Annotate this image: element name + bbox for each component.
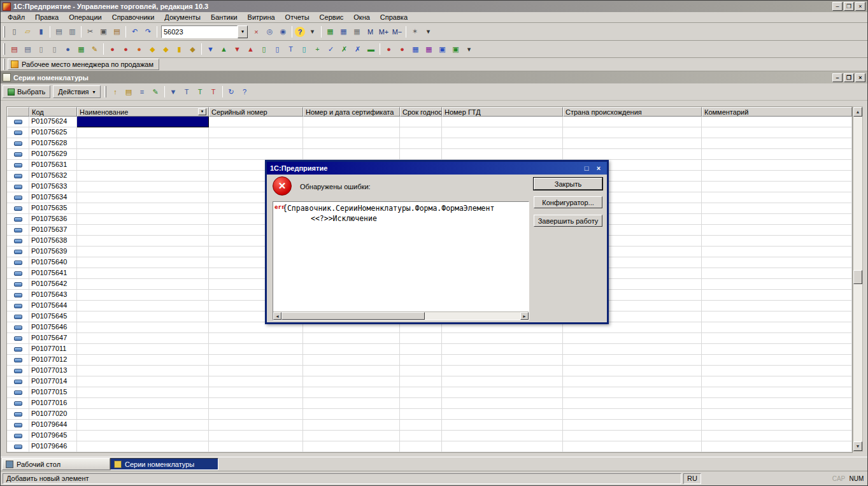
- cell[interactable]: [442, 127, 563, 138]
- cell[interactable]: P01075639: [29, 247, 77, 257]
- edit-prices-icon[interactable]: ✎: [89, 43, 101, 55]
- table-row[interactable]: P01077012: [7, 355, 852, 366]
- cell[interactable]: [77, 311, 209, 322]
- toolbar-grip-3[interactable]: [3, 59, 5, 70]
- cell[interactable]: [400, 355, 442, 366]
- cell[interactable]: [702, 376, 852, 387]
- cell[interactable]: [303, 366, 400, 376]
- cash-receipt-icon[interactable]: ◆: [146, 43, 159, 55]
- cell[interactable]: [77, 203, 209, 214]
- cell[interactable]: [77, 117, 209, 127]
- tree-view-icon[interactable]: ≡: [136, 86, 148, 97]
- calculator-memory-plus-icon[interactable]: M+: [378, 26, 390, 38]
- cell[interactable]: [209, 127, 303, 138]
- cell[interactable]: [77, 279, 209, 290]
- select-button[interactable]: Выбрать: [3, 85, 50, 98]
- cell[interactable]: [400, 366, 442, 376]
- ledger-icon[interactable]: ▬: [365, 43, 377, 55]
- cell[interactable]: [77, 420, 209, 431]
- save-icon[interactable]: ▮: [35, 26, 47, 38]
- cell[interactable]: [442, 398, 563, 409]
- scroll-right-icon[interactable]: ►: [520, 312, 529, 320]
- cell[interactable]: [303, 387, 400, 398]
- cell[interactable]: P01075641: [29, 268, 77, 279]
- cell[interactable]: [563, 409, 702, 420]
- menu-item-Витрина[interactable]: Витрина: [243, 13, 280, 22]
- cell[interactable]: [563, 355, 702, 366]
- table-row[interactable]: P01077015: [7, 387, 852, 398]
- cell[interactable]: [400, 409, 442, 420]
- cell[interactable]: [209, 431, 303, 441]
- table-row[interactable]: P01079644: [7, 420, 852, 431]
- cell[interactable]: [702, 225, 852, 236]
- undo-icon[interactable]: ↶: [129, 26, 141, 38]
- table-document-icon[interactable]: ▦: [324, 26, 336, 38]
- cell[interactable]: P01079644: [29, 420, 77, 431]
- menu-item-Правка[interactable]: Правка: [30, 13, 64, 22]
- table-row[interactable]: P01079646: [7, 441, 852, 452]
- return-document-icon[interactable]: ▼: [231, 43, 243, 55]
- filter-settings-icon[interactable]: Т: [181, 86, 193, 97]
- cell[interactable]: P01075633: [29, 182, 77, 192]
- toolbar-grip[interactable]: [3, 26, 5, 38]
- cell[interactable]: [303, 149, 400, 160]
- cell[interactable]: [77, 138, 209, 149]
- cell[interactable]: [209, 117, 303, 127]
- cell[interactable]: [209, 138, 303, 149]
- cell[interactable]: [209, 376, 303, 387]
- cell[interactable]: P01075631: [29, 160, 77, 171]
- column-header-4[interactable]: Номер и дата сертификата: [303, 107, 400, 117]
- cell[interactable]: [400, 333, 442, 344]
- goods-issue-icon[interactable]: ▯: [271, 43, 283, 55]
- cell[interactable]: P01079645: [29, 431, 77, 441]
- cell[interactable]: [209, 333, 303, 344]
- cell[interactable]: [442, 344, 563, 355]
- cell[interactable]: [400, 387, 442, 398]
- cell[interactable]: P01079646: [29, 441, 77, 452]
- cell[interactable]: [77, 268, 209, 279]
- vertical-scrollbar[interactable]: ▲ ▼: [853, 106, 863, 452]
- edit-element-icon[interactable]: ✎: [150, 86, 162, 97]
- paste-icon[interactable]: ▤: [111, 26, 123, 38]
- cell[interactable]: [400, 398, 442, 409]
- report-journal-icon[interactable]: ▤: [8, 43, 20, 55]
- calculator-memory-minus-icon[interactable]: M−: [391, 26, 403, 38]
- cell[interactable]: [77, 387, 209, 398]
- cell[interactable]: P01075632: [29, 171, 77, 182]
- error-dialog-title-bar[interactable]: 1С:Предприятие □ ×: [267, 162, 607, 175]
- cell[interactable]: [442, 420, 563, 431]
- calendar-icon[interactable]: ▦: [351, 26, 363, 38]
- cell[interactable]: P01075640: [29, 257, 77, 268]
- table-row[interactable]: P01077011: [7, 344, 852, 355]
- cell[interactable]: [702, 247, 852, 257]
- cell[interactable]: [563, 366, 702, 376]
- dialog-horizontal-scrollbar[interactable]: ◄ ►: [273, 311, 529, 320]
- cell[interactable]: [209, 344, 303, 355]
- table-view-icon[interactable]: ▦: [338, 26, 350, 38]
- cell[interactable]: P01077013: [29, 366, 77, 376]
- cell[interactable]: [702, 431, 852, 441]
- cell[interactable]: [702, 366, 852, 376]
- menu-item-Справка[interactable]: Справка: [375, 13, 413, 22]
- cell[interactable]: P01075629: [29, 149, 77, 160]
- cell[interactable]: [303, 355, 400, 366]
- cell[interactable]: [442, 138, 563, 149]
- calculator-memory-icon[interactable]: M: [364, 26, 376, 38]
- cell[interactable]: [209, 398, 303, 409]
- cash-order-icon[interactable]: ▮: [173, 43, 185, 55]
- toolbar-search-input[interactable]: [161, 25, 238, 38]
- cell[interactable]: [77, 225, 209, 236]
- cell[interactable]: [702, 387, 852, 398]
- actions-button[interactable]: Действия ▾: [53, 85, 100, 98]
- cell[interactable]: [702, 322, 852, 333]
- table-row[interactable]: P01077020: [7, 409, 852, 420]
- cell[interactable]: [702, 398, 852, 409]
- cell[interactable]: P01077016: [29, 398, 77, 409]
- filter-by-value-icon[interactable]: Т: [194, 86, 206, 97]
- copy-icon[interactable]: ▣: [97, 26, 110, 38]
- cell[interactable]: [563, 149, 702, 160]
- cut-icon[interactable]: ✂: [84, 26, 96, 38]
- cell[interactable]: [442, 366, 563, 376]
- cell[interactable]: [400, 344, 442, 355]
- print-preview-icon[interactable]: ▥: [66, 26, 78, 38]
